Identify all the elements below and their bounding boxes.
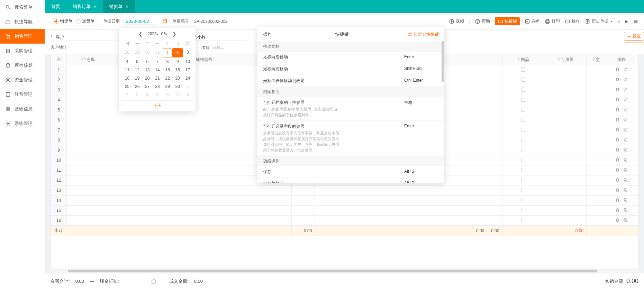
- cal-day[interactable]: 3: [183, 48, 193, 57]
- cal-day[interactable]: 21: [152, 74, 162, 82]
- menu-button[interactable]: [633, 19, 638, 24]
- cal-day[interactable]: 23: [173, 74, 183, 82]
- copy-row-icon[interactable]: [623, 148, 628, 153]
- cal-day[interactable]: 22: [163, 74, 173, 82]
- delete-row-icon[interactable]: [615, 218, 620, 223]
- cal-today-link[interactable]: 今天: [122, 100, 193, 109]
- panel-scrollbar[interactable]: [442, 41, 444, 181]
- cal-day[interactable]: 6: [142, 57, 152, 66]
- copy-row-icon[interactable]: [623, 88, 628, 93]
- gift-checkbox[interactable]: [521, 158, 525, 162]
- delete-row-icon[interactable]: [615, 108, 620, 113]
- cal-day-other[interactable]: 29: [132, 48, 142, 57]
- cal-day-other[interactable]: 6: [163, 91, 173, 99]
- delete-row-icon[interactable]: [615, 78, 620, 83]
- operate-button[interactable]: 操作: [565, 18, 580, 24]
- sidebar-item-system[interactable]: 系统管理: [0, 116, 45, 131]
- gift-checkbox[interactable]: [521, 198, 525, 202]
- cal-day[interactable]: 今: [173, 48, 183, 57]
- copy-row-icon[interactable]: [623, 218, 628, 223]
- cal-day[interactable]: 20: [142, 74, 152, 82]
- cal-day[interactable]: 8: [163, 57, 173, 66]
- copy-row-icon[interactable]: [623, 128, 628, 133]
- cal-month[interactable]: 06▾: [161, 31, 167, 36]
- help-button[interactable]: 帮助: [475, 18, 490, 24]
- customer-input[interactable]: [67, 33, 125, 41]
- cal-day[interactable]: 7: [152, 57, 162, 66]
- delete-row-icon[interactable]: [615, 198, 620, 203]
- next-button[interactable]: ▶: [625, 19, 628, 24]
- settings-button[interactable]: 设置: [624, 32, 644, 40]
- delete-row-icon[interactable]: [615, 208, 620, 213]
- delete-row-icon[interactable]: [615, 148, 620, 153]
- sidebar-item-sales[interactable]: 销售管理: [0, 29, 45, 44]
- calendar-icon[interactable]: [162, 18, 167, 25]
- cal-day[interactable]: 25: [122, 82, 132, 91]
- history-button[interactable]: 历史单据▾: [585, 18, 612, 24]
- col-gift[interactable]: ▲▼赠品: [502, 54, 544, 65]
- cal-day[interactable]: 16: [173, 66, 183, 74]
- copy-row-icon[interactable]: [623, 178, 628, 183]
- cal-day[interactable]: 9: [173, 57, 183, 66]
- copy-row-icon[interactable]: [623, 118, 628, 123]
- cal-day[interactable]: 24: [183, 74, 193, 82]
- cal-day[interactable]: 26: [132, 82, 142, 91]
- sidebar-item-inventory[interactable]: 库存核算: [0, 58, 45, 73]
- cal-day-other[interactable]: 28: [122, 48, 132, 57]
- delete-row-icon[interactable]: [615, 168, 620, 173]
- gift-checkbox[interactable]: [521, 178, 525, 182]
- print-button[interactable]: 打印: [545, 18, 560, 24]
- video-button[interactable]: 视频: [449, 18, 464, 24]
- cal-day[interactable]: 11: [122, 66, 132, 74]
- cal-day[interactable]: 18: [122, 74, 132, 82]
- cal-day[interactable]: 29: [163, 82, 173, 91]
- delete-row-icon[interactable]: [615, 158, 620, 163]
- table-row[interactable]: 13: [51, 186, 638, 196]
- gift-checkbox[interactable]: [521, 78, 525, 82]
- sidebar-item-basic[interactable]: 基础信息: [0, 102, 45, 116]
- gift-checkbox[interactable]: [521, 67, 525, 72]
- project-input[interactable]: 选择...: [212, 45, 224, 51]
- discount-input[interactable]: [125, 279, 145, 284]
- cal-year[interactable]: 2023▾: [147, 31, 158, 36]
- cal-day-other[interactable]: 7: [173, 91, 183, 99]
- copy-row-icon[interactable]: [623, 78, 628, 83]
- horizontal-scrollbar[interactable]: [51, 269, 638, 273]
- hotkey-button[interactable]: 快捷键: [495, 17, 520, 25]
- gift-checkbox[interactable]: [521, 148, 525, 152]
- copy-row-icon[interactable]: [623, 168, 628, 173]
- warehouse-input[interactable]: [188, 33, 247, 41]
- select-button[interactable]: 选单: [525, 18, 540, 24]
- gift-checkbox[interactable]: [521, 138, 525, 142]
- delete-row-icon[interactable]: [615, 88, 620, 93]
- copy-row-icon[interactable]: [623, 198, 628, 203]
- delete-row-icon[interactable]: [615, 68, 620, 73]
- radio-return[interactable]: 退货单: [76, 18, 94, 24]
- copy-row-icon[interactable]: [623, 208, 628, 213]
- cal-day-other[interactable]: 5: [152, 91, 162, 99]
- cal-day[interactable]: 4: [122, 57, 132, 66]
- col-deliver[interactable]: ▲▼交: [587, 54, 605, 65]
- cal-day[interactable]: 10: [183, 57, 193, 66]
- gift-checkbox[interactable]: [521, 88, 525, 92]
- prev-button[interactable]: ◀: [617, 19, 620, 24]
- cal-day[interactable]: 15: [163, 66, 173, 74]
- copy-row-icon[interactable]: [623, 98, 628, 103]
- gift-checkbox[interactable]: [521, 218, 525, 222]
- cal-day[interactable]: 27: [142, 82, 152, 91]
- gift-checkbox[interactable]: [521, 188, 525, 192]
- custom-shortcut-link[interactable]: 自定义快捷键: [408, 31, 439, 37]
- tab-sales-order[interactable]: 销售订单✕: [66, 0, 103, 13]
- cal-day-other[interactable]: 1: [183, 82, 193, 91]
- col-gear[interactable]: [51, 54, 67, 65]
- cal-day[interactable]: 30: [173, 82, 183, 91]
- cal-day[interactable]: 19: [132, 74, 142, 82]
- cal-day-other[interactable]: 31: [152, 48, 162, 57]
- gift-checkbox[interactable]: [521, 98, 525, 102]
- delete-row-icon[interactable]: [615, 188, 620, 193]
- cal-day-other[interactable]: 2: [122, 91, 132, 99]
- info-icon[interactable]: ?: [151, 279, 156, 284]
- gift-checkbox[interactable]: [521, 128, 525, 132]
- cal-day[interactable]: 1: [163, 48, 173, 57]
- sidebar-item-quicknav[interactable]: 快捷导航: [0, 15, 45, 29]
